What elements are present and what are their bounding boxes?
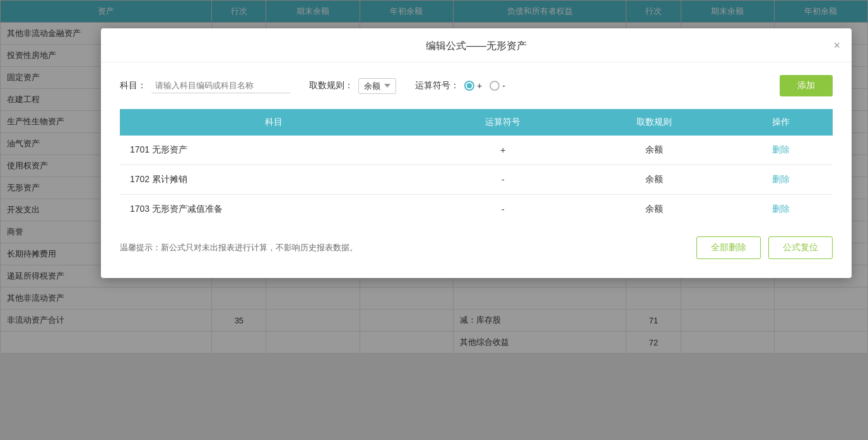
th-operator: 运算符号: [427, 109, 578, 136]
operator-group: 运算符号： + -: [415, 80, 505, 91]
cell-rule: 余额: [578, 136, 730, 165]
rule-group: 取数规则： 余额 借方 贷方 净额: [309, 78, 396, 94]
delete-link[interactable]: 删除: [772, 144, 790, 154]
cell-rule: 余额: [578, 165, 730, 195]
modal-footer: 温馨提示：新公式只对未出报表进行计算，不影响历史报表数据。 全部删除 公式复位: [101, 224, 852, 259]
radio-minus-circle: [490, 81, 500, 91]
add-button[interactable]: 添加: [780, 75, 833, 96]
formula-form: 科目： 取数规则： 余额 借方 贷方 净额 运算符号： +: [101, 62, 852, 109]
radio-plus-circle: [464, 81, 474, 91]
table-header-row: 科目 运算符号 取数规则 操作: [120, 109, 833, 136]
cell-operator: -: [427, 165, 578, 195]
rule-select-wrap: 余额 借方 贷方 净额: [358, 78, 396, 94]
formula-table: 科目 运算符号 取数规则 操作 1701 无形资产+余额删除1702 累计摊销-…: [120, 109, 833, 224]
modal-header: 编辑公式——无形资产 ×: [101, 28, 852, 62]
cell-rule: 余额: [578, 195, 730, 224]
cell-subject: 1701 无形资产: [120, 136, 427, 165]
cell-subject: 1703 无形资产减值准备: [120, 195, 427, 224]
footer-buttons: 全部删除 公式复位: [696, 236, 833, 259]
th-subject: 科目: [120, 109, 427, 136]
th-action: 操作: [730, 109, 833, 136]
operator-label: 运算符号：: [415, 80, 459, 91]
modal-title: 编辑公式——无形资产: [426, 40, 527, 53]
cell-action: 删除: [730, 165, 833, 195]
rule-select[interactable]: 余额 借方 贷方 净额: [358, 78, 396, 94]
delete-link[interactable]: 删除: [772, 174, 790, 184]
cell-action: 删除: [730, 195, 833, 224]
cell-action: 删除: [730, 136, 833, 165]
edit-formula-modal: 编辑公式——无形资产 × 科目： 取数规则： 余额 借方 贷方 净额 运算符号：: [101, 28, 852, 278]
operator-plus-radio[interactable]: +: [464, 81, 482, 91]
cell-subject: 1702 累计摊销: [120, 165, 427, 195]
subject-label: 科目：: [120, 80, 146, 91]
table-row: 1703 无形资产减值准备-余额删除: [120, 195, 833, 224]
table-row: 1702 累计摊销-余额删除: [120, 165, 833, 195]
delete-link[interactable]: 删除: [772, 204, 790, 214]
rule-label: 取数规则：: [309, 80, 353, 91]
th-rule: 取数规则: [578, 109, 730, 136]
formula-table-wrap: 科目 运算符号 取数规则 操作 1701 无形资产+余额删除1702 累计摊销-…: [101, 109, 852, 224]
cell-operator: -: [427, 195, 578, 224]
subject-group: 科目：: [120, 78, 290, 93]
table-row: 1701 无形资产+余额删除: [120, 136, 833, 165]
cell-operator: +: [427, 136, 578, 165]
delete-all-button[interactable]: 全部删除: [696, 236, 761, 259]
operator-radio-group: + -: [464, 81, 505, 91]
operator-minus-label: -: [502, 81, 505, 91]
modal-close-button[interactable]: ×: [833, 40, 840, 51]
reset-button[interactable]: 公式复位: [768, 236, 833, 259]
operator-minus-radio[interactable]: -: [490, 81, 505, 91]
footer-hint: 温馨提示：新公式只对未出报表进行计算，不影响历史报表数据。: [120, 242, 358, 253]
subject-input[interactable]: [151, 78, 290, 93]
operator-plus-label: +: [477, 81, 482, 91]
